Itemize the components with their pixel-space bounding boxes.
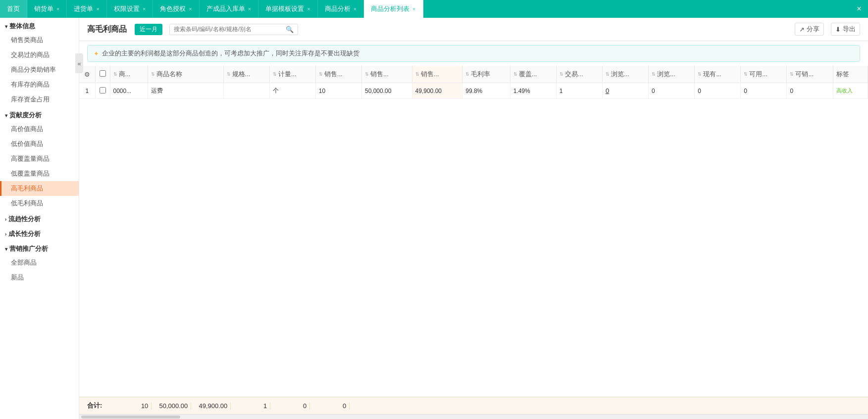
sidebar-item-new-goods[interactable]: 新品 <box>0 270 79 285</box>
sort-icon-9: ⇅ <box>513 72 517 77</box>
footer-available: 0 <box>310 402 350 410</box>
col-sales-cost[interactable]: ⇅ 销售... <box>412 66 462 83</box>
table-container: ⚙ ⇅ 商... ⇅ <box>79 66 868 397</box>
col-checkbox[interactable] <box>95 66 110 83</box>
sort-icon-14: ⇅ <box>744 72 748 77</box>
sidebar: ▾ 整体信息 销售类商品 交易过的商品 商品分类助销率 有库存的商品 库存资金占… <box>0 18 79 419</box>
sidebar-item-stock-capital[interactable]: 库存资金占用 <box>0 92 79 107</box>
sidebar-group-growth[interactable]: › 成长性分析 <box>0 226 79 240</box>
cell-current: 0 <box>695 83 741 99</box>
sort-icon-12: ⇅ <box>652 72 656 77</box>
cell-saleable: 0 <box>787 83 833 99</box>
col-gross-margin[interactable]: ⇅ 毛利率 <box>462 66 510 83</box>
search-input[interactable] <box>174 26 286 33</box>
nav-tab-template-settings[interactable]: 单据模板设置 × <box>258 0 317 18</box>
sort-icon-11: ⇅ <box>606 72 610 77</box>
nav-tab-auth-settings[interactable]: 权限设置 × <box>107 0 153 18</box>
nav-tab-product-analysis[interactable]: 商品分析 × <box>318 0 364 18</box>
nav-tab-product-entry[interactable]: 产成品入库单 × <box>200 0 258 18</box>
search-icon[interactable]: 🔍 <box>286 26 294 33</box>
sidebar-item-high-margin[interactable]: 高毛利商品 <box>0 181 79 196</box>
tip-bar: ✦ 企业的主要的利润都是这部分商品创造的，可考虑加大推广，同时关注库存是不要出现… <box>87 45 860 62</box>
sidebar-item-high-value[interactable]: 高价值商品 <box>0 122 79 137</box>
nav-tab-sales[interactable]: 销货单 × <box>27 0 67 18</box>
sidebar-item-category-rate[interactable]: 商品分类助销率 <box>0 62 79 77</box>
close-product-entry-tab[interactable]: × <box>248 6 251 12</box>
page-title: 高毛利商品 <box>87 24 127 35</box>
sort-icon-8: ⇅ <box>465 72 469 77</box>
col-unit[interactable]: ⇅ 计量... <box>269 66 315 83</box>
col-sales-amount[interactable]: ⇅ 销售... <box>361 66 412 83</box>
sort-icon-7: ⇅ <box>415 72 419 77</box>
nav-tab-role-auth[interactable]: 角色授权 × <box>153 0 199 18</box>
close-analysis-list-tab[interactable]: × <box>412 6 415 12</box>
sidebar-item-in-stock[interactable]: 有库存的商品 <box>0 77 79 92</box>
col-browse2[interactable]: ⇅ 浏览... <box>649 66 695 83</box>
col-spec[interactable]: ⇅ 规格... <box>223 66 269 83</box>
sort-icon-2: ⇅ <box>151 72 155 77</box>
export-button[interactable]: ⬇ 导出 <box>831 23 860 36</box>
close-auth-tab[interactable]: × <box>143 6 146 12</box>
data-table: ⚙ ⇅ 商... ⇅ <box>79 66 868 99</box>
footer-total-bar: 合计: 10 50,000.00 49,900.00 1 0 0 <box>79 397 868 414</box>
arrow-down-icon-3: ▾ <box>5 246 7 252</box>
col-saleable[interactable]: ⇅ 可销... <box>787 66 833 83</box>
col-sales-qty[interactable]: ⇅ 销售... <box>315 66 361 83</box>
select-all-checkbox[interactable] <box>100 70 106 77</box>
sidebar-item-sales-goods[interactable]: 销售类商品 <box>0 33 79 47</box>
sidebar-item-all-goods[interactable]: 全部商品 <box>0 255 79 270</box>
sidebar-item-low-coverage[interactable]: 低覆盖量商品 <box>0 166 79 181</box>
cell-unit: 个 <box>269 83 315 99</box>
arrow-down-icon: ▾ <box>5 24 7 29</box>
sort-icon-4: ⇅ <box>273 72 277 77</box>
cell-checkbox[interactable] <box>95 83 110 99</box>
sort-icon-13: ⇅ <box>698 72 702 77</box>
close-role-tab[interactable]: × <box>189 6 192 12</box>
footer-sales-cost: 49,900.00 <box>191 402 231 410</box>
content-panel: 高毛利商品 近一月 🔍 ↗ 分享 ⬇ 导出 ✦ 企业的主要的利润都是这部分商品创… <box>79 18 868 419</box>
cell-spec <box>223 83 269 99</box>
nav-tab-home[interactable]: 首页 <box>0 0 27 18</box>
sidebar-group-overall[interactable]: ▾ 整体信息 <box>0 18 79 33</box>
nav-tab-analysis-list[interactable]: 商品分析列表 × <box>364 0 423 18</box>
share-button[interactable]: ↗ 分享 <box>795 23 824 36</box>
col-browse1[interactable]: ⇅ 浏览... <box>602 66 648 83</box>
share-icon: ↗ <box>799 26 805 33</box>
close-purchase-tab[interactable]: × <box>96 6 99 12</box>
row-checkbox[interactable] <box>100 87 106 93</box>
sidebar-group-contribution[interactable]: ▾ 贡献度分析 <box>0 107 79 122</box>
sidebar-item-high-coverage[interactable]: 高覆盖量商品 <box>0 151 79 166</box>
arrow-right-icon-2: › <box>5 232 6 237</box>
table-header-row: ⚙ ⇅ 商... ⇅ <box>79 66 868 83</box>
table-row: 1 0000... 运费 个 10 50,000.00 49,900.00 99… <box>79 83 868 99</box>
sidebar-collapse-button[interactable]: « <box>75 53 83 73</box>
col-available[interactable]: ⇅ 可用... <box>741 66 787 83</box>
col-current[interactable]: ⇅ 现有... <box>695 66 741 83</box>
col-coverage[interactable]: ⇅ 覆盖... <box>510 66 556 83</box>
window-close-button[interactable]: × <box>850 0 868 18</box>
col-name[interactable]: ⇅ 商品名称 <box>148 66 223 83</box>
scroll-thumb[interactable] <box>81 416 180 419</box>
tip-icon: ✦ <box>94 50 99 57</box>
col-code[interactable]: ⇅ 商... <box>110 66 148 83</box>
sidebar-item-low-margin[interactable]: 低毛利商品 <box>0 196 79 211</box>
arrow-down-icon-2: ▾ <box>5 113 7 118</box>
col-transaction[interactable]: ⇅ 交易... <box>556 66 602 83</box>
filter-month-button[interactable]: 近一月 <box>135 24 162 35</box>
sidebar-group-marketing[interactable]: ▾ 营销推广分析 <box>0 240 79 255</box>
sidebar-group-trend[interactable]: › 流趋性分析 <box>0 211 79 226</box>
sidebar-item-traded-goods[interactable]: 交易过的商品 <box>0 47 79 62</box>
cell-browse1[interactable]: 0 <box>602 83 648 99</box>
cell-browse2: 0 <box>649 83 695 99</box>
sidebar-item-low-value[interactable]: 低价值商品 <box>0 137 79 151</box>
arrow-right-icon: › <box>5 217 6 222</box>
footer-sales-amount: 50,000.00 <box>152 402 191 410</box>
col-tag[interactable]: 标签 <box>833 66 868 83</box>
close-template-tab[interactable]: × <box>307 6 310 12</box>
cell-transaction: 1 <box>556 83 602 99</box>
close-sales-tab[interactable]: × <box>56 6 59 12</box>
close-analysis-tab[interactable]: × <box>354 6 357 12</box>
nav-tab-purchase[interactable]: 进货单 × <box>67 0 106 18</box>
horizontal-scrollbar[interactable] <box>79 414 868 419</box>
cell-sales-amount: 50,000.00 <box>361 83 412 99</box>
